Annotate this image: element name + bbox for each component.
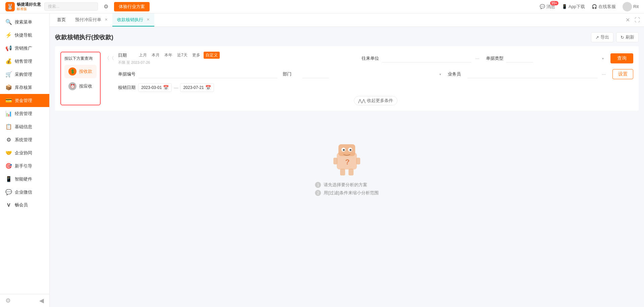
- collapse-more-icon: ⋀⋀: [358, 98, 366, 103]
- tab-receivable-close[interactable]: ✕: [147, 17, 150, 22]
- shortcut-this-month[interactable]: 本月: [150, 52, 161, 59]
- bill-no-field: 单据编号: [118, 70, 277, 78]
- tab-prepay-close[interactable]: ✕: [105, 17, 108, 22]
- bill-no-input[interactable]: [138, 70, 277, 78]
- tab-prepay[interactable]: 预付冲应付单 ✕: [70, 13, 112, 27]
- logo-icon: 🐰: [5, 2, 15, 11]
- settings-form-btn[interactable]: 设置: [612, 69, 633, 79]
- filter-row-3: 核销日期 2023-03-01 📅 — 2023-07-21 📅: [118, 83, 633, 92]
- bill-type-select[interactable]: [506, 54, 533, 62]
- shortcut-more[interactable]: 更多: [191, 52, 202, 59]
- trial-industry-btn[interactable]: 体验行业方案: [114, 2, 150, 11]
- export-icon: ↗: [595, 35, 599, 40]
- sidebar-item-finance[interactable]: 💳 资金管理: [0, 94, 49, 107]
- message-btn[interactable]: 💬 消息 99+: [540, 4, 555, 10]
- filter-row-1: 日期 上月 本月 本年 近7天 更多 自定义 不限 至 2: [118, 52, 633, 65]
- edition-label: 标准版: [17, 7, 41, 11]
- sidebar-label-system: 系统管理: [15, 137, 32, 143]
- verify-date-start-input[interactable]: 2023-03-01 📅: [138, 83, 172, 92]
- tab-receivable-label: 收款核销执行: [117, 17, 143, 23]
- staff-input[interactable]: [467, 70, 598, 78]
- sidebar-item-cooperation[interactable]: 🤝 企业协同: [0, 146, 49, 159]
- sidebar-label-inventory: 库存核算: [15, 85, 32, 91]
- partner-input[interactable]: [382, 54, 471, 62]
- date-field: 日期 上月 本月 本年 近7天 更多 自定义 不限 至 2: [118, 52, 356, 65]
- filter-panel: 按以下方案查询 💲 按收款 ⏰ 按应收 〈〈: [55, 46, 639, 111]
- tab-receivable[interactable]: 收款核销执行 ✕: [112, 13, 154, 27]
- page-header: 收款核销执行(按收款) ↗ 导出 ↻ 刷新: [55, 32, 639, 42]
- dept-label: 部门: [283, 71, 300, 77]
- sidebar-item-wechat[interactable]: 💬 企业微信: [0, 186, 49, 199]
- staff-dots-btn[interactable]: ···: [600, 71, 607, 78]
- page-title: 收款核销执行(按收款): [55, 33, 113, 41]
- sidebar-item-search-menu[interactable]: 🔍 搜索菜单: [0, 15, 49, 29]
- top-bar-left: 🐰 畅捷通好生意 标准版 搜索... ⚙ 体验行业方案: [5, 2, 150, 11]
- finance-icon: 💳: [5, 97, 12, 104]
- calendar-start-icon: 📅: [163, 85, 169, 90]
- app-download-btn[interactable]: 📱 App下载: [562, 4, 585, 10]
- tab-close-all-btn[interactable]: ✕: [624, 15, 631, 24]
- bill-type-label: 单据类型: [486, 55, 503, 61]
- shortcut-last-month[interactable]: 上月: [138, 52, 148, 59]
- partner-dots-btn[interactable]: ···: [474, 55, 481, 62]
- refresh-label: 刷新: [626, 34, 634, 40]
- bill-no-label: 单据编号: [118, 71, 136, 77]
- online-service-label: 在线客服: [598, 4, 616, 10]
- sidebar-item-basic-info[interactable]: 📋 基础信息: [0, 120, 49, 133]
- tab-fullscreen-btn[interactable]: ⛶: [633, 16, 641, 24]
- page-actions: ↗ 导出 ↻ 刷新: [591, 32, 639, 42]
- sidebar-item-system[interactable]: ⚙ 系统管理: [0, 133, 49, 146]
- by-receivable-label: 按应收: [79, 83, 92, 89]
- inventory-icon: 📦: [5, 84, 12, 91]
- filter-option-by-receipt[interactable]: 💲 按收款: [64, 65, 97, 78]
- filter-selector-title: 按以下方案查询: [64, 56, 97, 61]
- footer-collapse-icon[interactable]: ◀: [39, 297, 44, 304]
- sidebar-label-marketing: 营销推广: [15, 45, 32, 51]
- sidebar-item-hardware[interactable]: 📱 智能硬件: [0, 172, 49, 186]
- export-btn[interactable]: ↗ 导出: [591, 32, 613, 42]
- by-receivable-icon: ⏰: [68, 82, 76, 90]
- calendar-end-icon: 📅: [205, 85, 211, 90]
- shortcut-7days[interactable]: 近7天: [176, 52, 189, 59]
- sidebar-label-basic-info: 基础信息: [15, 124, 32, 130]
- collapse-arrow-btn[interactable]: 〈〈: [106, 52, 113, 65]
- verify-date-end-input[interactable]: 2023-07-21 📅: [180, 83, 214, 92]
- sidebar-item-member[interactable]: V 畅会员: [0, 199, 49, 211]
- sidebar-item-quick-nav[interactable]: ⚡ 快捷导航: [0, 29, 49, 42]
- shortcut-this-year[interactable]: 本年: [163, 52, 174, 59]
- tab-prepay-label: 预付冲应付单: [75, 17, 101, 23]
- member-icon: V: [5, 202, 12, 208]
- sidebar: 🔍 搜索菜单 ⚡ 快捷导航 📢 营销推广 💰 销售管理 🛒 采购管理 📦: [0, 13, 50, 307]
- sidebar-label-operation: 经营管理: [15, 111, 32, 117]
- sidebar-item-guide[interactable]: 🎯 新手引导: [0, 159, 49, 172]
- hint-num-1: 1: [315, 182, 321, 188]
- partner-label: 往来单位: [362, 55, 379, 61]
- collapse-more-btn[interactable]: ⋀⋀ 收起更多条件: [354, 96, 397, 105]
- staff-label: 业务员: [448, 71, 465, 77]
- hint-item-2: 2 用[过滤]条件来缩小分析范围: [315, 190, 378, 196]
- svg-rect-1: [338, 144, 355, 156]
- sidebar-item-purchase[interactable]: 🛒 采购管理: [0, 68, 49, 81]
- online-service-btn[interactable]: 🎧 在线客服: [592, 4, 616, 10]
- footer-settings-icon[interactable]: ⚙: [5, 297, 11, 304]
- shortcut-custom[interactable]: 自定义: [204, 52, 220, 59]
- sidebar-item-operation[interactable]: 📊 经营管理: [0, 107, 49, 120]
- svg-rect-6: [333, 158, 337, 164]
- sidebar-item-sales[interactable]: 💰 销售管理: [0, 55, 49, 68]
- collapse-more-label: 收起更多条件: [367, 98, 393, 104]
- filter-form: 日期 上月 本月 本年 近7天 更多 自定义 不限 至 2: [118, 52, 633, 105]
- sidebar-item-marketing[interactable]: 📢 营销推广: [0, 42, 49, 55]
- refresh-btn[interactable]: ↻ 刷新: [616, 32, 639, 42]
- top-bar: 🐰 畅捷通好生意 标准版 搜索... ⚙ 体验行业方案 💬 消息 99+ 📱 A…: [0, 0, 644, 13]
- purchase-icon: 🛒: [5, 71, 12, 78]
- query-btn[interactable]: 查询: [610, 53, 633, 63]
- sidebar-item-inventory[interactable]: 📦 库存核算: [0, 81, 49, 94]
- svg-rect-8: [340, 169, 345, 175]
- settings-gear-btn[interactable]: ⚙: [101, 2, 111, 11]
- user-profile-btn[interactable]: Rit: [623, 2, 639, 11]
- dept-select[interactable]: [302, 70, 329, 78]
- message-badge: 99+: [550, 1, 558, 5]
- hint-text-2: 用[过滤]条件来缩小分析范围: [324, 190, 378, 196]
- tab-home[interactable]: 首页: [52, 13, 70, 27]
- filter-option-by-receivable[interactable]: ⏰ 按应收: [64, 80, 97, 93]
